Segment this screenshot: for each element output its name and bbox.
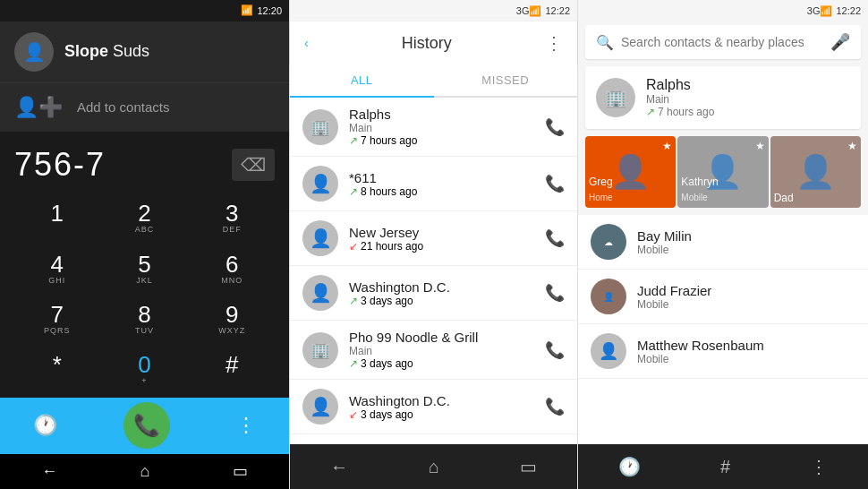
call-icon[interactable]: 📞 [545, 340, 565, 360]
dial-num: 6 [226, 253, 238, 276]
add-contact-row[interactable]: 👤➕ Add to contacts [0, 82, 289, 132]
contact-info: Matthew Rosenbaum Mobile [637, 338, 764, 365]
back-chevron-icon: ‹ [304, 36, 309, 50]
backspace-button[interactable]: ⌫ [232, 149, 275, 181]
history-name: Washington D.C. [349, 393, 534, 408]
dial-num: * [53, 353, 62, 376]
dial-num: 0 [138, 353, 150, 376]
caller-name: Slope Suds [64, 42, 149, 61]
featured-contact[interactable]: 🏢 Ralphs Main ↗ 7 hours ago [585, 66, 861, 129]
quick-contact-greg[interactable]: 👤 Greg Home ★ [585, 136, 676, 208]
qc-type: Home [589, 193, 613, 202]
home-icon[interactable]: ⌂ [140, 462, 150, 481]
dial-key-0[interactable]: 0 + [102, 346, 188, 394]
history-list: 🏢 Ralphs Main ↗ 7 hours ago 📞 👤 *611 ↗ [290, 98, 577, 444]
quick-contact-dad[interactable]: 👤 Dad ★ [770, 136, 861, 208]
dial-num: 8 [138, 303, 150, 326]
home-icon[interactable]: ⌂ [429, 457, 439, 477]
building-icon: 🏢 [311, 340, 330, 360]
history-name: Washington D.C. [349, 279, 534, 295]
history-item[interactable]: 🏢 Pho 99 Noodle & Grill Main ↗ 3 days ag… [290, 321, 577, 380]
tab-all[interactable]: ALL [290, 64, 434, 96]
recents-nav-icon[interactable]: ▭ [233, 461, 248, 481]
recents-tab-icon[interactable]: 🕐 [618, 456, 641, 477]
mic-icon[interactable]: 🎤 [830, 32, 850, 52]
call-icon[interactable]: 📞 [545, 174, 565, 193]
recents-icon[interactable]: 🕐 [33, 414, 57, 437]
call-direction-icon: ↗ [349, 357, 358, 370]
dial-key-9[interactable]: 9 WXYZ [189, 296, 275, 344]
person-icon: 👤 [310, 173, 332, 194]
history-sub: Main [349, 345, 534, 357]
avatar-photo: 👤 [603, 292, 614, 302]
dial-key-6[interactable]: 6 MNO [189, 245, 275, 294]
back-icon[interactable]: ← [41, 462, 57, 481]
contact-item-bay[interactable]: ☁ Bay Milin Mobile [578, 215, 868, 270]
call-button[interactable]: 📞 [123, 402, 170, 449]
contact-type: Mobile [637, 353, 764, 365]
dial-key-3[interactable]: 3 DEF [189, 194, 275, 244]
call-direction-icon: ↙ [349, 408, 358, 421]
history-info: Washington D.C. ↙ 3 days ago [349, 393, 534, 421]
star-icon: ★ [847, 140, 857, 152]
history-item[interactable]: 👤 Washington D.C. ↗ 3 days ago 📞 [290, 266, 577, 321]
qc-label: Kathryn Mobile [681, 176, 764, 204]
dial-key-8[interactable]: 8 TUV [102, 296, 188, 344]
call-icon[interactable]: 📞 [545, 228, 565, 248]
dialpad-tab-icon[interactable]: # [720, 457, 730, 477]
call-icon[interactable]: 📞 [545, 117, 565, 137]
phone-status-bar: 📶 12:20 [0, 0, 289, 21]
dial-key-5[interactable]: 5 JKL [102, 245, 188, 294]
call-direction-icon: ↗ [349, 185, 358, 198]
featured-name: Ralphs [646, 77, 714, 93]
quick-contacts: 👤 Greg Home ★ 👤 Kathryn Mobile ★ 👤 Dad [585, 136, 861, 208]
tab-all-label: ALL [351, 73, 373, 87]
signal-icon: 📶 [241, 4, 253, 16]
contact-type: Mobile [637, 298, 711, 311]
tab-missed[interactable]: MISSED [434, 64, 578, 96]
dial-letters [53, 225, 62, 236]
contact-name: Matthew Rosenbaum [637, 338, 764, 353]
contact-type: Mobile [637, 244, 692, 256]
history-avatar: 👤 [302, 166, 338, 202]
contacts-bottom-bar: 🕐 # ⋮ [578, 444, 868, 489]
history-time: ↙ 3 days ago [349, 408, 534, 421]
search-input[interactable] [621, 35, 823, 49]
back-icon[interactable]: ← [330, 457, 348, 477]
overflow-menu-icon[interactable]: ⋮ [236, 414, 256, 437]
call-direction-icon: ↗ [349, 134, 358, 147]
contact-item-judd[interactable]: 👤 Judd Frazier Mobile [578, 270, 868, 324]
dial-key-hash[interactable]: # [189, 346, 275, 394]
recents-icon[interactable]: ▭ [520, 456, 537, 477]
history-item[interactable]: 👤 New Jersey ↙ 21 hours ago 📞 [290, 211, 577, 266]
contact-item-matthew[interactable]: 👤 Matthew Rosenbaum Mobile [578, 324, 868, 379]
dial-key-7[interactable]: 7 PQRS [14, 296, 100, 344]
time-text: 3 days ago [361, 357, 413, 370]
history-item[interactable]: 🏢 Ralphs Main ↗ 7 hours ago 📞 [290, 98, 577, 157]
dial-key-4[interactable]: 4 GHI [14, 245, 100, 294]
dial-num: 7 [51, 303, 64, 326]
person-icon: 👤 [310, 227, 332, 249]
person-icon: 👤 [23, 41, 46, 63]
history-avatar: 👤 [302, 389, 338, 425]
history-time: ↗ 3 days ago [349, 357, 534, 370]
dial-key-1[interactable]: 1 [14, 194, 100, 244]
quick-contact-kathryn[interactable]: 👤 Kathryn Mobile ★ [677, 136, 768, 208]
history-item[interactable]: 👤 *611 ↗ 8 hours ago 📞 [290, 157, 577, 211]
history-overflow-icon[interactable]: ⋮ [545, 32, 563, 54]
dial-letters: + [141, 376, 147, 387]
call-direction-icon: ↗ [349, 295, 358, 307]
call-icon[interactable]: 📞 [545, 397, 565, 416]
contact-info: Judd Frazier Mobile [637, 283, 711, 311]
qc-name: Kathryn [681, 176, 764, 188]
dial-key-2[interactable]: 2 ABC [102, 194, 188, 244]
dial-key-star[interactable]: * [14, 346, 100, 394]
dial-letters: JKL [136, 276, 153, 287]
dial-num: 5 [138, 253, 150, 276]
history-avatar: 👤 [302, 275, 338, 311]
history-item[interactable]: 👤 Washington D.C. ↙ 3 days ago 📞 [290, 380, 577, 434]
history-back-button[interactable]: ‹ [304, 36, 309, 50]
overflow-menu-icon[interactable]: ⋮ [810, 456, 828, 477]
search-bar[interactable]: 🔍 🎤 [585, 25, 861, 59]
call-icon[interactable]: 📞 [545, 283, 565, 303]
